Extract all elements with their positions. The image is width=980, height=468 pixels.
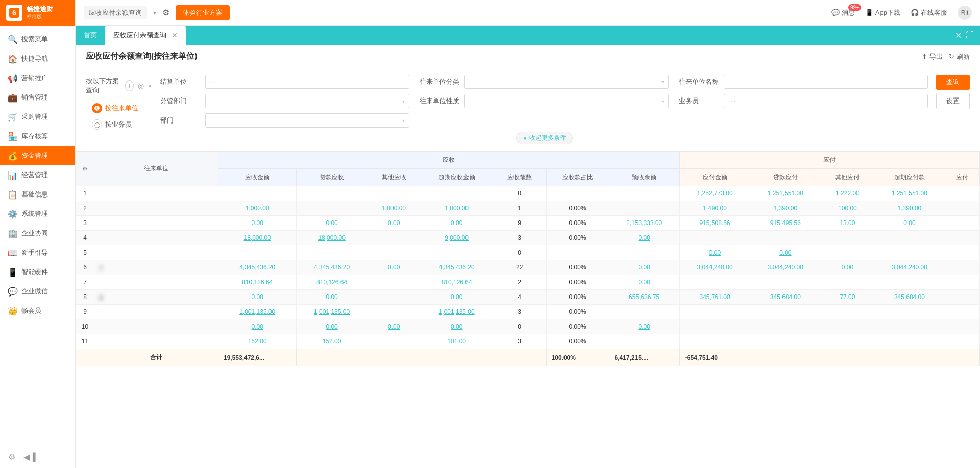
- td-12[interactable]: 3,044,240.00: [874, 260, 945, 275]
- td-4[interactable]: 0.00: [367, 319, 421, 334]
- filter-settle-unit-input[interactable]: ···: [205, 75, 409, 89]
- sidebar-item-guide[interactable]: 📖新手引导: [0, 243, 75, 262]
- td-4[interactable]: 1,000.00: [367, 201, 421, 216]
- td-3[interactable]: 4,345,436.20: [297, 260, 367, 275]
- settings-icon[interactable]: ⚙: [8, 452, 15, 462]
- user-avatar[interactable]: Rit: [958, 6, 972, 20]
- td-8[interactable]: 0.00: [609, 275, 679, 290]
- td-10[interactable]: 0.00: [750, 245, 821, 260]
- td-2[interactable]: 152.00: [218, 334, 297, 349]
- td-5[interactable]: 1,000.00: [421, 201, 493, 216]
- sidebar-item-system[interactable]: ⚙️系统管理: [0, 204, 75, 224]
- filter-cog-icon[interactable]: ◎: [138, 82, 144, 90]
- tab-close-icon[interactable]: ✕: [172, 31, 178, 39]
- filter-dept-input[interactable]: ▾: [205, 113, 409, 128]
- sidebar-item-operation[interactable]: 📊经营管理: [0, 165, 75, 185]
- topbar-gear-icon[interactable]: ⚙: [162, 8, 169, 17]
- td-12[interactable]: 1,390.00: [874, 201, 945, 216]
- td-9[interactable]: 0.00: [679, 245, 750, 260]
- td-10[interactable]: 3,044,240.00: [750, 260, 821, 275]
- td-5[interactable]: 1,001,135.00: [421, 305, 493, 319]
- filter-salesperson-input[interactable]: ···: [724, 94, 928, 108]
- filter-arrow-icon[interactable]: «: [148, 82, 152, 89]
- tab-maximize-icon[interactable]: ⛶: [966, 31, 974, 40]
- td-3[interactable]: 810,126.64: [297, 275, 367, 290]
- filter-unit-name-input[interactable]: [724, 75, 928, 89]
- td-4[interactable]: 0.00: [367, 216, 421, 231]
- td-3[interactable]: 0.00: [297, 319, 367, 334]
- td-9[interactable]: 1,490.00: [679, 201, 750, 216]
- sidebar-item-basic[interactable]: 📋基础信息: [0, 185, 75, 204]
- td-3[interactable]: 18,000.00: [297, 231, 367, 245]
- sidebar-item-marketing[interactable]: 📢营销推广: [0, 68, 75, 88]
- solution-btn[interactable]: 体验行业方案: [176, 5, 230, 20]
- td-8[interactable]: 0.00: [609, 260, 679, 275]
- td-5[interactable]: 0.00: [421, 319, 493, 334]
- td-10[interactable]: 1,390.00: [750, 201, 821, 216]
- topbar-arrow[interactable]: ▾: [153, 9, 156, 16]
- filter-unit-category-input[interactable]: ▾: [464, 75, 669, 89]
- sidebar-item-hardware[interactable]: 📱智能硬件: [0, 262, 75, 282]
- td-9[interactable]: 345,761.00: [679, 290, 750, 305]
- td-11[interactable]: 1,222.00: [821, 186, 874, 201]
- td-3[interactable]: 152.00: [297, 334, 367, 349]
- td-10[interactable]: 1,251,551.00: [750, 186, 821, 201]
- sidebar-item-purchase[interactable]: 🛒采购管理: [0, 107, 75, 127]
- td-5[interactable]: 810,126.64: [421, 275, 493, 290]
- td-5[interactable]: 101.00: [421, 334, 493, 349]
- td-12[interactable]: 345,684.00: [874, 290, 945, 305]
- sidebar-item-inventory[interactable]: 🏪库存核算: [0, 127, 75, 146]
- sidebar-item-finance[interactable]: 💰资金管理: [0, 146, 75, 165]
- td-9[interactable]: 1,252,773.00: [679, 186, 750, 201]
- scheme-by-unit[interactable]: 人 按往来单位: [86, 100, 152, 116]
- td-2[interactable]: 0.00: [218, 319, 297, 334]
- td-11[interactable]: 100.00: [821, 201, 874, 216]
- scheme-by-staff[interactable]: ◯ 按业务员: [86, 116, 152, 133]
- td-2[interactable]: 0.00: [218, 216, 297, 231]
- td-2[interactable]: 1,001,135.00: [218, 305, 297, 319]
- refresh-btn[interactable]: ↻ 刷新: [949, 52, 970, 61]
- td-9[interactable]: 915,508.56: [679, 216, 750, 231]
- td-5[interactable]: 4,345,436.20: [421, 260, 493, 275]
- filter-add-btn[interactable]: +: [125, 80, 134, 91]
- tab-arbalance[interactable]: 应收应付余额查询 ✕: [105, 26, 186, 45]
- sidebar-item-member[interactable]: 👑畅会员: [0, 301, 75, 321]
- filter-unit-nature-input[interactable]: ▾: [464, 94, 669, 108]
- export-btn[interactable]: ⬆ 导出: [922, 52, 943, 61]
- td-2[interactable]: 4,345,436.20: [218, 260, 297, 275]
- td-4[interactable]: 0.00: [367, 260, 421, 275]
- td-2[interactable]: 1,000.00: [218, 201, 297, 216]
- th-settings[interactable]: ⚙: [76, 152, 94, 186]
- td-5[interactable]: 0.00: [421, 216, 493, 231]
- td-2[interactable]: 810,126.64: [218, 275, 297, 290]
- td-10[interactable]: 915,495.56: [750, 216, 821, 231]
- collapse-icon[interactable]: ◀▐: [23, 452, 35, 462]
- td-8[interactable]: 2,153,333.00: [609, 216, 679, 231]
- td-8[interactable]: 0.00: [609, 231, 679, 245]
- td-11[interactable]: 0.00: [821, 260, 874, 275]
- td-5[interactable]: 0.00: [421, 290, 493, 305]
- td-5[interactable]: 9,000.00: [421, 231, 493, 245]
- sidebar-item-search[interactable]: 🔍搜索菜单: [0, 30, 75, 49]
- td-3[interactable]: 0.00: [297, 290, 367, 305]
- message-btn[interactable]: 💬 消息 99+: [831, 8, 855, 17]
- filter-dept-manage-input[interactable]: ▾: [205, 94, 409, 108]
- td-2[interactable]: 18,000.00: [218, 231, 297, 245]
- collapse-btn[interactable]: ∧ 收起更多条件: [516, 132, 573, 144]
- query-btn[interactable]: 查询: [936, 75, 970, 90]
- td-3[interactable]: 0.00: [297, 216, 367, 231]
- td-12[interactable]: 1,251,551.00: [874, 186, 945, 201]
- sidebar-item-nav[interactable]: 🏠快捷导航: [0, 49, 75, 68]
- online-service-btn[interactable]: 🎧 在线客服: [911, 8, 947, 17]
- table-container[interactable]: ⚙ 往来单位 应收 应付 应收金额贷款应收其他应收超期应收金额应收笔数应收款占比…: [76, 151, 980, 468]
- app-download-btn[interactable]: 📱 App下载: [865, 8, 900, 17]
- sidebar-item-corp[interactable]: 🏢企业协同: [0, 224, 75, 243]
- td-8[interactable]: 0.00: [609, 319, 679, 334]
- sidebar-item-wechat[interactable]: 💬企业微信: [0, 282, 75, 301]
- td-11[interactable]: 77.00: [821, 290, 874, 305]
- td-3[interactable]: 1,001,135.00: [297, 305, 367, 319]
- td-12[interactable]: 0.00: [874, 216, 945, 231]
- tab-home[interactable]: 首页: [76, 26, 105, 45]
- td-9[interactable]: 3,044,240.00: [679, 260, 750, 275]
- td-2[interactable]: 0.00: [218, 290, 297, 305]
